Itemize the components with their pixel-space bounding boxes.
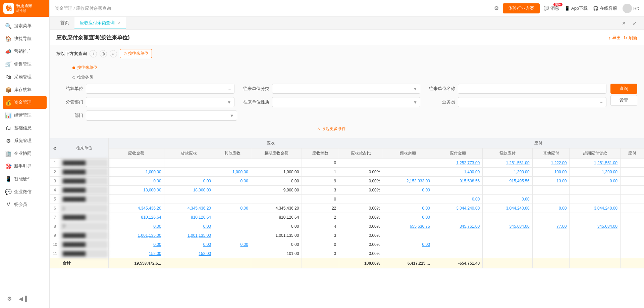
cell-link[interactable]: 18,000.00: [193, 188, 211, 192]
cell-8[interactable]: 0.00: [383, 213, 433, 222]
cell-2[interactable]: 0.00: [109, 222, 164, 231]
tabbar-expand-btn[interactable]: ⤢: [631, 19, 639, 27]
cell-link[interactable]: 1,222.00: [551, 161, 567, 165]
cell-2[interactable]: 18,000.00: [109, 186, 164, 195]
sidebar-item-enterprise[interactable]: 🏢企业协同: [0, 147, 49, 160]
topbar-message[interactable]: 💬 消息 99+: [544, 5, 559, 11]
cell-9[interactable]: [433, 213, 482, 222]
sidebar-item-guide[interactable]: 🎯新手引导: [0, 160, 49, 173]
filter-add-btn[interactable]: +: [90, 50, 97, 57]
cell-4[interactable]: [214, 186, 251, 195]
cell-12[interactable]: [570, 231, 621, 240]
input-wanglai-mingcheng[interactable]: [458, 84, 606, 94]
cell-9[interactable]: 0.00: [433, 195, 482, 204]
cell-10[interactable]: 1,390.00: [483, 168, 532, 177]
cell-link[interactable]: 3,044,240.00: [456, 206, 480, 211]
cell-12[interactable]: [570, 213, 621, 222]
cell-8[interactable]: 655,636.75: [383, 222, 433, 231]
cell-10[interactable]: [483, 186, 532, 195]
cell-link[interactable]: 1,390.00: [514, 170, 530, 174]
cell-link[interactable]: 1,001,135.00: [187, 233, 211, 238]
cell-4[interactable]: [214, 231, 251, 240]
cell-9[interactable]: 345,761.00: [433, 222, 482, 231]
cell-link[interactable]: 152.00: [199, 251, 211, 256]
cell-link[interactable]: 1,001,135.00: [138, 233, 161, 238]
cell-link[interactable]: 1,251,551.00: [594, 161, 618, 165]
sidebar-item-quicknav[interactable]: 🏠快捷导航: [0, 32, 49, 45]
sidebar-item-marketing[interactable]: 📣营销推广: [0, 45, 49, 58]
cell-9[interactable]: [433, 240, 482, 249]
filter-settings-icon[interactable]: ⊕: [100, 50, 107, 57]
cell-link[interactable]: 1,490.00: [464, 170, 480, 174]
cell-9[interactable]: 1,490.00: [433, 168, 482, 177]
input-wanglai-fenlei[interactable]: ▼: [272, 84, 421, 94]
cell-link[interactable]: 810,126.64: [191, 215, 211, 220]
topbar-gear-icon[interactable]: ⚙: [494, 5, 499, 11]
cell-link[interactable]: 0.00: [422, 206, 430, 211]
cell-12[interactable]: 1,390.00: [570, 168, 621, 177]
cell-link[interactable]: 0.00: [559, 206, 567, 211]
cell-12[interactable]: [570, 249, 621, 258]
cell-link[interactable]: 0.00: [203, 242, 211, 247]
collapse-button[interactable]: ∧ 收起更多条件: [56, 124, 606, 134]
tab-active[interactable]: 应收应付余额查询 ×: [74, 17, 126, 29]
filter-scheme-btn[interactable]: ⊙ 按往来单位: [120, 49, 152, 58]
cell-4[interactable]: [214, 249, 251, 258]
topbar-service[interactable]: 🎧 在线客服: [593, 5, 617, 11]
sidebar-item-inventory[interactable]: 📦库存核算: [0, 83, 49, 96]
sidebar-item-purchase[interactable]: 🛍采购管理: [0, 71, 49, 83]
cell-3[interactable]: 0.00: [164, 177, 214, 186]
sidebar-item-search[interactable]: 🔍搜索菜单: [0, 19, 49, 32]
tab-close-icon[interactable]: ×: [118, 20, 120, 25]
cell-8[interactable]: 2,153,333.00: [383, 177, 433, 186]
cell-link[interactable]: 0.00: [203, 179, 211, 183]
cell-8[interactable]: 0.00: [383, 240, 433, 249]
tabbar-close-btn[interactable]: ✕: [620, 19, 628, 27]
cell-10[interactable]: [483, 249, 532, 258]
cell-12[interactable]: 1,251,551.00: [570, 159, 621, 168]
cell-link[interactable]: 0.00: [240, 206, 248, 211]
cell-link[interactable]: 0.00: [422, 242, 430, 247]
cell-8[interactable]: [383, 168, 433, 177]
cell-2[interactable]: 1,000.00: [109, 168, 164, 177]
sidebar-item-sales[interactable]: 🛒销售管理: [0, 58, 49, 71]
cell-4[interactable]: 0.00: [214, 240, 251, 249]
scheme-option-yewuyuan[interactable]: 按业务员: [70, 73, 631, 82]
cell-link[interactable]: 1,000.00: [146, 170, 161, 174]
cell-4[interactable]: 0.00: [214, 204, 251, 213]
cell-3[interactable]: 152.00: [164, 249, 214, 258]
cell-10[interactable]: [483, 231, 532, 240]
cell-8[interactable]: [383, 195, 433, 204]
topbar-user[interactable]: Rit: [623, 4, 639, 13]
cell-12[interactable]: 3,044,240.00: [570, 204, 621, 213]
input-bumen[interactable]: ▼: [86, 111, 237, 121]
sidebar-item-system[interactable]: ⚙系统管理: [0, 134, 49, 147]
cell-3[interactable]: [164, 159, 214, 168]
input-wanglai-xingzhi[interactable]: ▼: [272, 97, 421, 107]
cell-link[interactable]: 13.00: [556, 179, 567, 183]
cell-link[interactable]: 0.00: [153, 179, 161, 183]
cell-12[interactable]: [570, 240, 621, 249]
cell-4[interactable]: [214, 159, 251, 168]
cell-11[interactable]: 0.00: [532, 204, 570, 213]
refresh-button[interactable]: ↻ 刷新: [624, 35, 637, 41]
cell-9[interactable]: [433, 186, 482, 195]
cell-9[interactable]: 915,508.56: [433, 177, 482, 186]
cell-link[interactable]: 0.00: [422, 188, 430, 192]
sidebar-item-basic[interactable]: 🗂基础信息: [0, 122, 49, 134]
cell-link[interactable]: 810,126.64: [141, 215, 161, 220]
cell-12[interactable]: [570, 195, 621, 204]
cell-3[interactable]: [164, 168, 214, 177]
query-button[interactable]: 查询: [610, 84, 637, 94]
cell-link[interactable]: 77.00: [556, 224, 567, 229]
filter-collapse-icon[interactable]: «: [110, 50, 117, 57]
cell-link[interactable]: 4,345,436.20: [187, 206, 211, 211]
cell-link[interactable]: 2,153,333.00: [407, 179, 430, 183]
cell-11[interactable]: [532, 231, 570, 240]
cell-8[interactable]: 0.00: [383, 204, 433, 213]
cell-2[interactable]: 4,345,436.20: [109, 204, 164, 213]
cell-11[interactable]: [532, 249, 570, 258]
cell-3[interactable]: 18,000.00: [164, 186, 214, 195]
input-jiesuan[interactable]: ···: [86, 84, 234, 94]
cell-4[interactable]: 1,000.00: [214, 168, 251, 177]
